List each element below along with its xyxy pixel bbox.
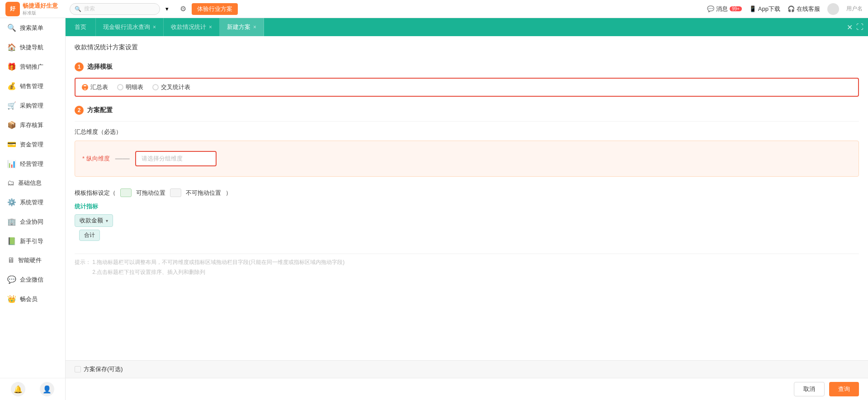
metric-tag-label: 收款金额 [80,216,103,225]
metrics-section: 模板指标设定（ 可拖动位置 不可拖动位置 ） 统计指标 收款金额 [75,184,859,246]
hint-1: 提示： 1.拖动标题栏可以调整布局，不可跨维度或指标区域拖动栏目字段(只能在同一… [75,258,859,268]
tab-payment-stat-close[interactable]: × [209,24,212,30]
radio-detail[interactable]: 明细表 [117,83,143,91]
radio-detail-label: 明细表 [126,83,143,91]
radio-cross[interactable]: 交叉统计表 [152,83,190,91]
top-bar-right: 💬 消息 99+ 📱 App下载 🎧 在线客服 用户名 [707,3,863,15]
tab-close-btn[interactable]: ✕ [847,23,853,32]
dimension-input[interactable]: 请选择分组维度 [135,151,217,166]
query-button[interactable]: 查询 [829,382,859,396]
draggable-badge [120,188,132,197]
page-content: 收款情况统计方案设置 1 选择模板 汇总表 明细表 [66,36,868,360]
purchase-icon: 🛒 [7,101,16,110]
download-icon: 📱 [749,5,756,12]
inventory-icon: 📦 [7,121,16,129]
sidebar-item-label: 库存核算 [20,121,43,129]
sidebar-item-label: 快捷导航 [20,43,43,52]
sidebar-item-marketing[interactable]: 🎁 营销推广 [0,57,65,76]
non-draggable-badge [170,188,181,197]
tab-home[interactable]: 首页 [66,18,96,36]
quick-nav-icon: 🏠 [7,43,16,52]
marketing-icon: 🎁 [7,62,16,71]
section-template: 1 选择模板 汇总表 明细表 [75,62,859,97]
template-options: 汇总表 明细表 交叉统计表 [75,78,859,97]
metrics-header-text: 模板指标设定（ [75,189,116,197]
sidebar-bottom: 🔔 👤 [0,378,65,400]
download-btn[interactable]: 📱 App下载 [749,5,780,13]
tab-new-scheme[interactable]: 新建方案 × [220,18,264,36]
sidebar-item-label: 采购管理 [20,102,43,110]
sidebar-bottom-icon-2[interactable]: 👤 [40,382,54,396]
settings-icon[interactable]: ⚙ [180,5,186,13]
tab-new-scheme-label: 新建方案 [227,23,250,31]
hints: 提示： 1.拖动标题栏可以调整布局，不可跨维度或指标区域拖动栏目字段(只能在同一… [75,254,859,281]
section1-title: 选择模板 [87,63,113,71]
logo-icon: 好 [5,2,20,16]
sidebar-item-label: 资金管理 [20,141,43,149]
service-label: 在线客服 [797,5,820,13]
tab-new-scheme-close[interactable]: × [253,24,256,30]
metric-tag-payment[interactable]: 收款金额 ▾ [75,214,113,227]
wechat-icon: 💬 [7,275,16,284]
sidebar-item-wechat[interactable]: 💬 企业微信 [0,270,65,289]
tab-bank-flow[interactable]: 现金银行流水查询 × [96,18,164,36]
sidebar-item-label: 基础信息 [18,179,42,187]
top-bar: 好 畅捷通好生意 标准版 🔍 搜索 ▾ ⚙ 体验行业方案 💬 消息 99+ 📱 … [0,0,868,18]
industry-btn[interactable]: 体验行业方案 [192,3,238,15]
sidebar-item-label: 搜索菜单 [20,24,43,32]
sidebar-item-operations[interactable]: 📊 经营管理 [0,154,65,174]
sidebar-item-system[interactable]: ⚙️ 系统管理 [0,193,65,212]
sidebar-item-label: 经营管理 [20,160,43,168]
caret-icon[interactable]: ▾ [106,218,108,223]
radio-cross-label: 交叉统计表 [161,83,190,91]
sidebar-item-guide[interactable]: 📗 新手引导 [0,231,65,251]
message-badge: 99+ [730,6,742,11]
page-inner: 收款情况统计方案设置 1 选择模板 汇总表 明细表 [66,36,868,360]
tab-bar: 首页 现金银行流水查询 × 收款情况统计 × 新建方案 × ✕ ⛶ [66,18,868,36]
tab-bank-flow-close[interactable]: × [153,24,156,30]
service-btn[interactable]: 🎧 在线客服 [788,5,820,13]
tab-payment-stat[interactable]: 收款情况统计 × [164,18,220,36]
content-area: 首页 现金银行流水查询 × 收款情况统计 × 新建方案 × ✕ ⛶ 收款情况统计… [66,18,868,400]
section2-header: 2 方案配置 [75,106,859,115]
hint-2: 2.点击标题栏下拉可设置排序、插入列和删除列 [75,268,859,278]
radio-summary-label: 汇总表 [90,83,108,91]
sidebar-item-sales[interactable]: 💰 销售管理 [0,76,65,96]
sidebar-item-member[interactable]: 👑 畅会员 [0,289,65,309]
sidebar-item-corp[interactable]: 🏢 企业协同 [0,212,65,231]
sidebar-item-label: 智能硬件 [18,256,42,264]
section1-header: 1 选择模板 [75,62,859,71]
sidebar-bottom-icon-1[interactable]: 🔔 [11,382,25,396]
user-name: 用户名 [846,5,863,13]
save-checkbox[interactable]: 方案保存(可选) [75,365,123,373]
dimension-arrow: —— [115,155,130,163]
sidebar-item-label: 企业微信 [20,276,43,284]
cancel-button[interactable]: 取消 [794,382,825,396]
sidebar-item-inventory[interactable]: 📦 库存核算 [0,115,65,135]
sidebar-item-quick-nav[interactable]: 🏠 快捷导航 [0,38,65,57]
dimension-area: * 纵向维度 —— 请选择分组维度 [75,141,859,177]
sidebar-item-search-menu[interactable]: 🔍 搜索菜单 [0,18,65,38]
dropdown-arrow[interactable]: ▾ [165,5,175,12]
checkbox-box[interactable] [75,366,81,372]
non-draggable-text: 不可拖动位置 [186,189,221,197]
metric-sub-row: 合计 [75,229,859,242]
tab-expand-btn[interactable]: ⛶ [856,23,863,31]
sidebar-item-label: 销售管理 [20,82,43,90]
avatar[interactable] [827,3,839,15]
logo-version: 标准版 [23,10,58,16]
metric-tag-row: 收款金额 ▾ [75,214,859,227]
sidebar-item-label: 畅会员 [20,295,38,303]
sidebar-item-base-info[interactable]: 🗂 基础信息 [0,174,65,193]
message-btn[interactable]: 💬 消息 99+ [707,5,742,13]
sidebar-item-finance[interactable]: 💳 资金管理 [0,135,65,154]
sidebar-item-purchase[interactable]: 🛒 采购管理 [0,96,65,115]
sidebar-item-label: 企业协同 [20,218,43,226]
logo-text: 畅捷通好生意 [23,2,58,10]
radio-summary[interactable]: 汇总表 [82,83,108,91]
operations-icon: 📊 [7,160,16,168]
sidebar-item-hardware[interactable]: 🖥 智能硬件 [0,251,65,270]
sales-icon: 💰 [7,82,16,90]
search-box[interactable]: 🔍 搜索 [70,3,160,15]
download-label: App下载 [758,5,780,13]
